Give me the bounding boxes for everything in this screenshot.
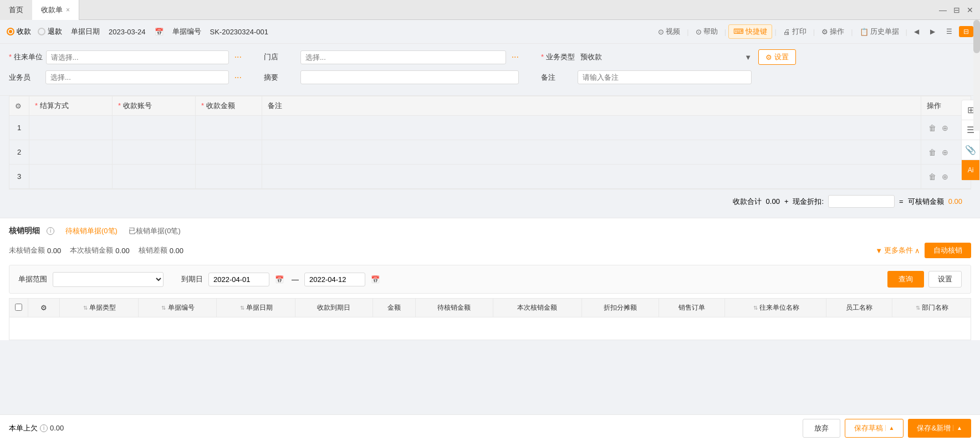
th-settings2[interactable]: ⚙	[28, 299, 60, 317]
form-section: * 往来单位 ··· 门店 ··· * 业务类型 预收款 ▼ ⚙ 设置	[0, 44, 980, 96]
maximize-icon[interactable]: ⊟	[951, 4, 962, 16]
th-employee-name: 员工名称	[826, 299, 892, 317]
search-filters: 单据范围 到期日 📅 — 📅 查询 设置	[9, 265, 971, 294]
row-1-copy-btn[interactable]: ⊕	[942, 124, 948, 132]
summary-input[interactable]	[300, 70, 519, 84]
date-start-calendar-icon[interactable]: 📅	[275, 275, 284, 284]
row-3-copy-btn[interactable]: ⊕	[942, 172, 948, 181]
operation-icon: ⚙	[821, 28, 828, 36]
scrollbar-thumb[interactable]	[973, 20, 980, 53]
table-row: 2 🗑 ⊕	[9, 140, 971, 165]
abandon-btn[interactable]: 放弃	[803, 419, 840, 438]
form-view-btn[interactable]: ⊟	[959, 26, 973, 37]
window-close-icon[interactable]: ✕	[964, 4, 976, 16]
help-btn[interactable]: ⊙ 帮助	[691, 25, 722, 38]
row-1-note[interactable]	[262, 116, 921, 140]
row-1-account[interactable]	[113, 116, 196, 140]
note-input[interactable]	[578, 70, 752, 84]
row-3-account[interactable]	[113, 165, 196, 189]
unverified-amount-item: 未核销金额 0.00	[9, 245, 61, 255]
tab-home[interactable]: 首页	[0, 0, 32, 20]
filter-setting-btn[interactable]: 设置	[928, 271, 962, 288]
help-label: 帮助	[703, 27, 718, 37]
save-new-btn[interactable]: 保存&新增 ▲	[908, 419, 971, 438]
save-draft-arrow-icon[interactable]: ▲	[885, 425, 895, 431]
row-2-delete-btn[interactable]: 🗑	[928, 148, 936, 157]
table-settings-icon[interactable]: ⚙	[15, 102, 22, 110]
row-2-note[interactable]	[262, 140, 921, 165]
required-star-counterpart: *	[9, 53, 14, 61]
hexiao-header: 核销明细 i 待核销单据(0笔) 已核销单据(0笔)	[9, 225, 971, 237]
top-toolbar: 收款 退款 单据日期 2023-03-24 📅 单据编号 SK-20230324…	[0, 20, 980, 44]
right-tool-attach-btn[interactable]: 📎	[962, 140, 979, 160]
row-1-settle[interactable]	[29, 116, 113, 140]
query-btn[interactable]: 查询	[887, 271, 924, 288]
business-type-field: * 业务类型 预收款 ▼	[541, 52, 752, 62]
print-btn[interactable]: 🖨 打印	[779, 25, 811, 38]
save-new-arrow-icon[interactable]: ▲	[953, 425, 962, 431]
row-2-amount[interactable]	[196, 140, 262, 165]
row-1-delete-btn[interactable]: 🗑	[928, 124, 936, 132]
counterpart-input[interactable]	[46, 50, 229, 64]
operation-btn[interactable]: ⚙ 操作	[817, 25, 849, 38]
radio-receipt-label: 收款	[17, 27, 31, 37]
form-row-1: * 往来单位 ··· 门店 ··· * 业务类型 预收款 ▼ ⚙ 设置	[9, 49, 971, 65]
right-tool-active-btn[interactable]: Ai	[962, 160, 979, 180]
select-all-checkbox[interactable]	[15, 304, 22, 311]
sep6: |	[906, 28, 907, 36]
prev-btn[interactable]: ◀	[910, 26, 923, 37]
video-icon: ⊙	[658, 28, 664, 36]
auto-hexiao-btn[interactable]: 自动核销	[925, 243, 971, 258]
pending-tab[interactable]: 待核销单据(0笔)	[61, 225, 122, 237]
row-3-note[interactable]	[262, 165, 921, 189]
help-icon: ⊙	[696, 28, 702, 36]
counterpart-more-icon[interactable]: ···	[234, 52, 242, 62]
discount-input[interactable]	[828, 195, 895, 208]
hexiao-table: ⚙ ⇅ 单据类型 ⇅ 单据编号 ⇅ 单据日期 收款到期日 金额 待核销金额 本次…	[9, 298, 971, 340]
calendar-icon[interactable]: 📅	[155, 28, 164, 36]
radio-refund[interactable]: 退款	[38, 27, 62, 37]
shop-label: 门店	[264, 52, 297, 62]
hexiao-title: 核销明细	[9, 226, 40, 236]
date-end-calendar-icon[interactable]: 📅	[371, 275, 380, 284]
video-btn[interactable]: ⊙ 视频	[654, 25, 685, 38]
settings-btn[interactable]: ⚙ 设置	[758, 49, 796, 65]
date-start-input[interactable]	[208, 273, 269, 286]
stat-info-icon[interactable]: i	[40, 424, 48, 432]
next-btn[interactable]: ▶	[926, 26, 940, 37]
row-3-settle[interactable]	[29, 165, 113, 189]
business-type-dropdown-icon[interactable]: ▼	[744, 53, 752, 61]
tab-close-icon[interactable]: ×	[66, 6, 70, 14]
row-2-account[interactable]	[113, 140, 196, 165]
salesperson-more-icon[interactable]: ···	[234, 73, 242, 83]
date-end-input[interactable]	[304, 273, 365, 286]
th-settings[interactable]: ⚙	[9, 96, 29, 116]
bottom-stat: 本单上欠 i 0.00	[9, 423, 64, 433]
salesperson-input[interactable]	[45, 70, 229, 84]
history-btn[interactable]: 📋 历史单据	[855, 25, 904, 38]
shortcut-btn[interactable]: ⌨ 快捷键	[728, 24, 772, 39]
settings-gear-icon: ⚙	[765, 53, 772, 61]
row-1-amount[interactable]	[196, 116, 262, 140]
shop-input[interactable]	[300, 50, 506, 64]
shop-more-icon[interactable]: ···	[512, 52, 519, 62]
range-select[interactable]	[53, 272, 164, 287]
doc-no-sort-icon: ⇅	[161, 305, 166, 311]
business-type-label: * 业务类型	[541, 52, 575, 62]
row-3-amount[interactable]	[196, 165, 262, 189]
hexiao-info-icon[interactable]: i	[47, 227, 54, 235]
th-doc-no: ⇅ 单据编号	[138, 299, 217, 317]
radio-receipt[interactable]: 收款	[7, 27, 31, 37]
more-conditions-btn[interactable]: ▼ 更多条件 ∧	[875, 245, 920, 255]
done-tab[interactable]: 已核销单据(0笔)	[129, 226, 181, 236]
tab-receipt[interactable]: 收款单 ×	[32, 0, 79, 20]
row-2-copy-btn[interactable]: ⊕	[942, 148, 948, 157]
save-draft-btn[interactable]: 保存草稿 ▲	[845, 419, 904, 438]
row-3-delete-btn[interactable]: 🗑	[928, 172, 936, 181]
row-2-settle[interactable]	[29, 140, 113, 165]
shortcut-icon: ⌨	[733, 27, 744, 35]
minimize-icon[interactable]: —	[937, 4, 949, 16]
list-view-btn[interactable]: ☰	[942, 26, 957, 37]
doc-date-sort-icon: ⇅	[240, 305, 244, 311]
scrollbar-track[interactable]	[973, 20, 980, 131]
